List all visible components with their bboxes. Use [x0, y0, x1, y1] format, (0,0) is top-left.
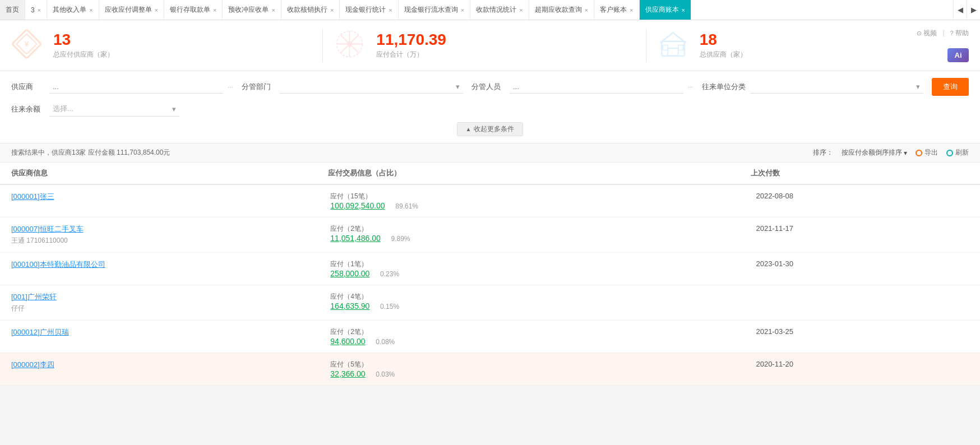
supplier-link[interactable]: [000012]广州贝瑞 — [11, 327, 330, 337]
nav-overdue-close[interactable]: × — [585, 7, 588, 13]
trans-label: 应付（5笔） — [330, 360, 756, 369]
lastpay-date: 2021-11-17 — [756, 224, 793, 233]
query-button[interactable]: 查询 — [932, 78, 969, 96]
nav-customer-book[interactable]: 客户账本 × — [594, 0, 639, 20]
export-button[interactable]: 导出 — [916, 148, 938, 157]
trans-amount-row: 100,092,540.00 89.61% — [330, 201, 756, 210]
nav-cash-flow-close[interactable]: × — [461, 7, 464, 13]
nav-tab3-close[interactable]: × — [38, 7, 41, 13]
results-actions: 排序： 按应付余额倒序排序 ▾ 导出 刷新 — [813, 148, 969, 157]
transaction-cell: 应付（2笔） 94,600.00 0.08% — [330, 327, 756, 346]
nav-home[interactable]: 首页 — [0, 0, 25, 20]
nav-overdue[interactable]: 超期应收款查询 × — [529, 0, 594, 20]
supplier-cell: [000001]张三 — [11, 192, 330, 202]
nav-cash-stat[interactable]: 现金银行统计 × — [340, 0, 398, 20]
trans-label: 应付（2笔） — [330, 224, 756, 234]
table-row: [001]广州荣轩 仔仔 应付（4笔） 164,635.90 0.15% — [0, 285, 980, 321]
table-row: [000001]张三 应付（15笔） 100,092,540.00 89.61%… — [0, 185, 980, 217]
nav-receipt-stat[interactable]: 收款情况统计 × — [470, 0, 529, 20]
trans-pct: 9.89% — [391, 235, 410, 243]
help-link[interactable]: ? 帮助 — [950, 29, 969, 38]
ai-button[interactable]: Ai — [947, 48, 969, 62]
supplier-link[interactable]: [000001]张三 — [11, 192, 330, 202]
payable-suppliers-label: 总应付供应商（家） — [53, 50, 114, 59]
nav-bank-deposit-close[interactable]: × — [213, 7, 216, 13]
svg-rect-12 — [678, 45, 683, 50]
trans-pct: 0.23% — [380, 270, 399, 278]
export-icon — [916, 150, 922, 156]
nav-arrow-right[interactable]: ▶ — [967, 0, 980, 20]
nav-other-income[interactable]: 其他收入单 × — [47, 0, 99, 20]
filter-manager: 分管人员 ··· — [471, 80, 694, 94]
diamond-icon: ¥ — [11, 29, 45, 62]
collapse-area: ▲ 收起更多条件 — [11, 122, 969, 136]
supplier-cell: [000012]广州贝瑞 — [11, 327, 330, 337]
payable-amount-label: 应付合计（万） — [376, 50, 446, 59]
trans-amount[interactable]: 164,635.90 — [330, 302, 369, 310]
trans-amount[interactable]: 100,092,540.00 — [330, 201, 385, 210]
nav-other-income-close[interactable]: × — [89, 7, 93, 13]
supplier-link[interactable]: [000100]本特勤油品有限公司 — [11, 259, 330, 270]
video-link[interactable]: ⊙ 视频 — [917, 29, 937, 38]
supplier-input[interactable] — [49, 80, 223, 94]
refresh-button[interactable]: 刷新 — [946, 148, 969, 157]
svg-text:¥: ¥ — [25, 40, 29, 48]
supplier-link[interactable]: [001]广州荣轩 — [11, 292, 330, 302]
lastpay-date: 2023-01-30 — [756, 259, 793, 268]
total-suppliers-label: 总供应商（家） — [700, 50, 747, 59]
nav-supplier-book[interactable]: 供应商账本 × — [640, 0, 691, 20]
nav-cash-flow[interactable]: 现金银行流水查询 × — [399, 0, 470, 20]
filter-balance: 往来余额 选择... ▾ — [11, 101, 179, 117]
category-select[interactable]: ▾ — [750, 80, 924, 94]
supplier-link[interactable]: [000007]恒旺二手叉车 — [11, 224, 330, 234]
filter-supplier: 供应商 ··· — [11, 80, 233, 94]
nav-customer-book-close[interactable]: × — [630, 7, 633, 13]
nav-prepay-close[interactable]: × — [271, 7, 275, 13]
nav-receipt-stat-close[interactable]: × — [519, 7, 523, 13]
snowflake-icon — [334, 29, 368, 62]
category-chevron-icon: ▾ — [916, 82, 920, 91]
manager-more-icon[interactable]: ··· — [688, 84, 693, 90]
nav-adjustment-close[interactable]: × — [155, 7, 158, 13]
trans-amount[interactable]: 32,366.00 — [330, 369, 365, 378]
manager-input[interactable] — [510, 80, 683, 94]
filter-dept: 分管部门 ▾ — [242, 80, 464, 94]
results-summary: 搜索结果中，供应商13家 应付金额 111,703,854.00元 — [11, 148, 170, 157]
nav-supplier-book-close[interactable]: × — [682, 7, 685, 13]
collapse-button[interactable]: ▲ 收起更多条件 — [457, 122, 524, 136]
nav-cash-stat-close[interactable]: × — [389, 7, 392, 13]
trans-amount[interactable]: 258,000.00 — [330, 269, 369, 278]
trans-amount[interactable]: 11,051,486.00 — [330, 234, 381, 243]
trans-label: 应付（1笔） — [330, 259, 756, 269]
nav-adjustment[interactable]: 应收应付调整单 × — [99, 0, 164, 20]
sort-select[interactable]: 按应付余额倒序排序 ▾ — [842, 148, 907, 157]
lastpay-date: 2022-08-08 — [756, 192, 793, 200]
nav-receipt-verify[interactable]: 收款核销执行 × — [281, 0, 340, 20]
lastpay-date: 2021-03-25 — [756, 327, 793, 336]
trans-amount[interactable]: 94,600.00 — [330, 337, 365, 346]
nav-bank-deposit[interactable]: 银行存取款单 × — [164, 0, 223, 20]
nav-arrows: ◀ ▶ — [953, 0, 980, 20]
transaction-cell: 应付（1笔） 258,000.00 0.23% — [330, 259, 756, 278]
stat-payable-amount: 11,170.39 应付合计（万） — [322, 29, 645, 62]
transaction-cell: 应付（2笔） 11,051,486.00 9.89% — [330, 224, 756, 243]
trans-amount-row: 94,600.00 0.08% — [330, 337, 756, 346]
dept-label: 分管部门 — [242, 82, 275, 92]
trans-amount-row: 258,000.00 0.23% — [330, 269, 756, 278]
table-header: 供应商信息 应付交易信息（占比） 上次付数 — [0, 163, 980, 185]
nav-arrow-left[interactable]: ◀ — [953, 0, 967, 20]
supplier-link[interactable]: [000002]李四 — [11, 360, 330, 370]
trans-label: 应付（15笔） — [330, 192, 756, 201]
trans-pct: 89.61% — [395, 202, 418, 210]
supplier-label: 供应商 — [11, 82, 45, 92]
svg-rect-10 — [668, 48, 678, 56]
payable-suppliers-num: 13 — [53, 32, 114, 48]
nav-tab3[interactable]: 3 × — [25, 0, 47, 20]
collapse-up-icon: ▲ — [466, 126, 471, 132]
supplier-more-icon[interactable]: ··· — [228, 84, 233, 90]
balance-select[interactable]: 选择... ▾ — [49, 101, 179, 117]
dept-select[interactable]: ▾ — [280, 80, 464, 94]
supplier-sub: 王通 17106110000 — [11, 236, 330, 245]
nav-prepay[interactable]: 预收冲应收单 × — [223, 0, 281, 20]
nav-receipt-verify-close[interactable]: × — [330, 7, 334, 13]
